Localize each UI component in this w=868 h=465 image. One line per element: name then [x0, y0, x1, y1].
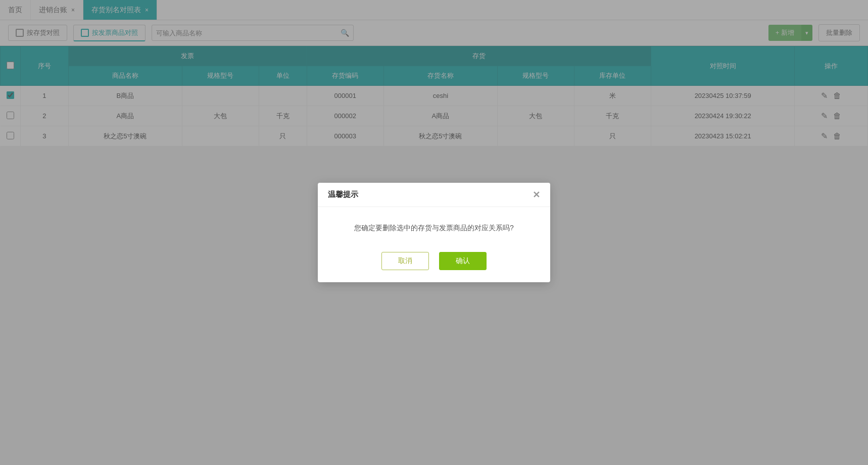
overlay: 温馨提示 ✕ 您确定要删除选中的存货与发票商品的对应关系吗? 取消 确认 [0, 0, 868, 146]
